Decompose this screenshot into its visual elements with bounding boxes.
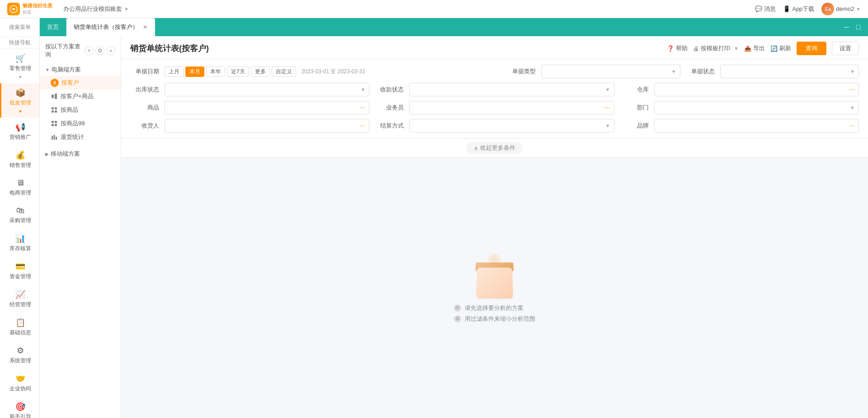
settlement-select[interactable]: ▼ [409, 119, 614, 133]
delivery-status-select[interactable]: ▼ [165, 83, 369, 96]
product-input[interactable]: ··· [165, 101, 369, 114]
settings-button[interactable]: 设置 [832, 42, 859, 55]
date-btn-last-month[interactable]: 上月 [165, 66, 184, 77]
page-header-actions: ❓ 帮助 🖨 按模板打印 ▼ 📤 导出 🔄 [667, 42, 859, 55]
filter-row-2: 出库状态 ▼ 收款状态 ▼ 仓库 ··· [130, 83, 859, 96]
svg-rect-7 [55, 110, 57, 113]
sidebar-item-system[interactable]: ⚙ 系统管理 [0, 341, 39, 369]
order-type-dropdown-icon: ▼ [671, 69, 676, 74]
sidebar-search-area: 搜索菜单 [0, 18, 39, 37]
product-icon [51, 106, 58, 114]
main-layout: 搜索菜单 快捷导航 🛒 零售管理 ▲ 📦 批发管理 ▲ 📢 营销推广 💰 销售管… [0, 18, 868, 418]
svg-rect-14 [56, 137, 57, 140]
sidebar-item-marketing[interactable]: 📢 营销推广 [0, 118, 39, 146]
scheme-item-by-customer-product[interactable]: 按客户+商品 [40, 90, 121, 103]
department-select[interactable]: ▼ [654, 101, 859, 114]
delivery-label: 出库状态 [130, 86, 159, 94]
desktop-scheme-title[interactable]: ▼ 电脑端方案 [40, 63, 121, 76]
inventory-icon: 📊 [15, 233, 25, 243]
ecommerce-icon: 🖥 [16, 178, 24, 188]
svg-rect-3 [55, 94, 57, 99]
app-download-btn[interactable]: 📱 App下载 [783, 5, 814, 13]
basic-icon: 📋 [15, 318, 25, 328]
sidebar-item-ecommerce[interactable]: 🖥 电商管理 [0, 174, 39, 201]
desktop-group-arrow-icon: ▼ [45, 67, 50, 72]
svg-point-1 [54, 81, 56, 83]
filter-row-4: 收货人 ··· 结算方式 ▼ 品牌 ··· [130, 119, 859, 133]
empty-state: ① 请先选择要分析的方案 ② 用过滤条件来缩小分析范围 [121, 158, 868, 418]
scheme-add-btn[interactable]: + [85, 46, 94, 55]
print-btn[interactable]: 🖨 按模板打印 ▼ [693, 44, 739, 52]
sidebar-item-operation[interactable]: 📈 经营管理 [0, 285, 39, 313]
print-icon: 🖨 [693, 45, 699, 52]
tab-home[interactable]: 首页 [40, 18, 66, 36]
sidebar-item-sales[interactable]: 💰 销售管理 [0, 146, 39, 174]
receiver-input[interactable]: ··· [165, 119, 369, 133]
filter-row-3: 商品 ··· 业务员 ··· 部门 ▼ [130, 101, 859, 114]
department-label: 部门 [620, 104, 649, 112]
tab-sales-stat[interactable]: 销货单统计表（按客户） ✕ [66, 18, 155, 36]
sidebar-item-wholesale[interactable]: 📦 批发管理 ▲ [0, 83, 39, 118]
order-type-select[interactable]: ▼ [541, 65, 680, 78]
sidebar: 搜索菜单 快捷导航 🛒 零售管理 ▲ 📦 批发管理 ▲ 📢 营销推广 💰 销售管… [0, 18, 40, 418]
scheme-header: 按以下方案查询 + ⚙ « [40, 40, 121, 62]
sidebar-item-purchase[interactable]: 🛍 采购管理 [0, 201, 39, 229]
scheme-item-by-product[interactable]: 按商品 [40, 103, 121, 117]
sidebar-item-retail[interactable]: 🛒 零售管理 ▲ [0, 49, 39, 83]
brand-input[interactable]: ··· [654, 119, 859, 133]
payment-status-select[interactable]: ▼ [409, 83, 614, 96]
date-btn-this-month[interactable]: 本月 [185, 66, 204, 77]
user-menu[interactable]: Ea demo2 ▼ [821, 3, 861, 15]
app-selector[interactable]: 办公用品行业模拟账套 ▼ [63, 5, 129, 13]
scheme-item-by-customer[interactable]: 按客户 [40, 76, 121, 90]
sidebar-item-cooperation[interactable]: 🤝 企业协同 [0, 369, 39, 397]
scheme-collapse-btn[interactable]: « [106, 46, 115, 55]
search-menu-btn[interactable]: 搜索菜单 [4, 22, 36, 33]
warehouse-input[interactable]: ··· [654, 83, 859, 96]
by-customer-icon [51, 79, 59, 87]
message-btn[interactable]: 💬 消息 [755, 5, 776, 13]
help-btn[interactable]: ❓ 帮助 [667, 44, 688, 52]
date-quick-buttons: 上月 本月 本年 近7天 更多 自定义 [165, 66, 296, 77]
sidebar-item-inventory[interactable]: 📊 库存核算 [0, 229, 39, 257]
retail-arrow-icon: ▲ [18, 74, 23, 79]
tab-close-btn[interactable]: ✕ [143, 24, 147, 30]
scheme-settings-btn[interactable]: ⚙ [95, 46, 104, 55]
query-button[interactable]: 查询 [797, 42, 826, 55]
cooperation-icon: 🤝 [15, 374, 25, 384]
sidebar-item-guide[interactable]: 🎯 新手引导 [0, 397, 39, 418]
mobile-scheme-title[interactable]: ▶ 移动端方案 [40, 147, 121, 160]
sidebar-item-basic[interactable]: 📋 基础信息 [0, 313, 39, 341]
message-icon: 💬 [755, 5, 762, 12]
maximize-btn[interactable]: □ [854, 21, 863, 33]
mobile-group-arrow-icon: ▶ [45, 152, 49, 157]
date-btn-custom[interactable]: 自定义 [272, 66, 296, 77]
receiver-label: 收货人 [130, 122, 159, 130]
filter-row-1: 单据日期 上月 本月 本年 近7天 更多 自定义 2023-03-01 至 20… [130, 65, 859, 78]
order-status-select[interactable]: ▼ [720, 65, 859, 78]
print-dropdown-icon: ▼ [734, 46, 739, 51]
date-btn-7days[interactable]: 近7天 [227, 66, 249, 77]
svg-rect-12 [52, 136, 53, 140]
product-label: 商品 [130, 104, 159, 112]
product99-icon [51, 120, 58, 127]
collapse-btn[interactable]: ∧ 收起更多条件 [467, 142, 523, 154]
svg-rect-13 [54, 135, 55, 140]
scheme-item-by-product-99[interactable]: 按商品99 [40, 117, 121, 130]
date-btn-more[interactable]: 更多 [251, 66, 270, 77]
quick-nav-btn[interactable]: 快捷导航 [0, 37, 39, 49]
system-icon: ⚙ [17, 346, 24, 356]
date-btn-this-year[interactable]: 本年 [206, 66, 225, 77]
svg-rect-5 [55, 107, 57, 109]
sidebar-item-finance[interactable]: 💳 资金管理 [0, 257, 39, 285]
export-icon: 📤 [744, 45, 751, 52]
wholesale-arrow-icon: ▲ [18, 108, 23, 113]
scheme-item-return-stat[interactable]: 退货统计 [40, 130, 121, 144]
collapse-icon: ∧ [474, 145, 478, 152]
main-content: 销货单统计表(按客户) ❓ 帮助 🖨 按模板打印 ▼ 📤 [121, 36, 868, 418]
export-btn[interactable]: 📤 导出 [744, 44, 765, 52]
minimize-btn[interactable]: ─ [842, 21, 851, 33]
salesperson-input[interactable]: ··· [409, 101, 614, 114]
refresh-btn[interactable]: 🔄 刷新 [770, 44, 791, 52]
receiver-dots-icon: ··· [359, 122, 365, 130]
